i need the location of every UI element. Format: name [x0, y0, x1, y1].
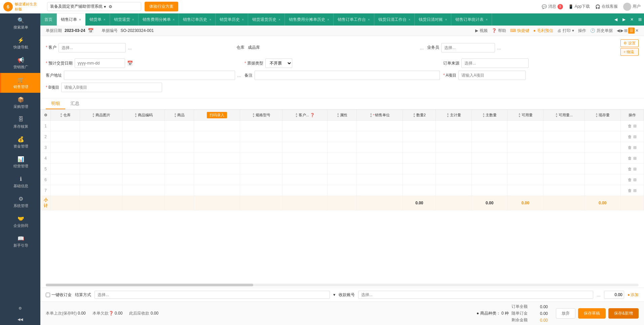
- account-input[interactable]: [358, 291, 594, 299]
- operation-btn[interactable]: 操作: [578, 28, 586, 34]
- help-btn[interactable]: ❓ 帮助: [492, 28, 506, 34]
- profit-btn[interactable]: ● 毛利预估: [533, 28, 553, 34]
- row-copy-btn[interactable]: ⊞: [633, 167, 637, 171]
- tab-close-5[interactable]: ×: [209, 18, 211, 22]
- tab-close-3[interactable]: ×: [132, 18, 134, 22]
- payment-input[interactable]: [94, 291, 330, 299]
- calendar-icon[interactable]: 📅: [88, 28, 93, 33]
- one-click-label[interactable]: 一键收订金: [46, 292, 72, 298]
- delivery-calendar-icon[interactable]: 📅: [127, 60, 133, 66]
- sidebar-collapse-btn[interactable]: ◀◀: [0, 314, 40, 325]
- tab-close-12[interactable]: ×: [486, 18, 488, 22]
- table-row[interactable]: 6🗑⊞: [41, 174, 644, 185]
- tab-3[interactable]: 销货退货×: [110, 13, 139, 26]
- app-download-btn[interactable]: 📱 App下载: [568, 4, 590, 9]
- row-delete-btn[interactable]: 🗑: [628, 167, 632, 171]
- tab-close-10[interactable]: ×: [409, 18, 411, 22]
- tab-close-6[interactable]: ×: [242, 18, 244, 22]
- tab-9[interactable]: 销售订单工作台×: [334, 13, 374, 26]
- online-service-btn[interactable]: 🎧 在线客服: [595, 4, 618, 9]
- view-btn[interactable]: ▶ 视频: [475, 28, 488, 34]
- tab-7[interactable]: 销货退货历史×: [248, 13, 285, 26]
- logistics-btn[interactable]: + 物流: [620, 48, 639, 56]
- tab-close-1[interactable]: ×: [79, 18, 81, 22]
- sidebar-item-6[interactable]: 💰资金管理: [0, 132, 40, 152]
- sidebar-item-2[interactable]: 📢营销推广: [0, 53, 40, 73]
- history-btn[interactable]: 🕐 历史单据: [590, 28, 613, 34]
- invoice-select[interactable]: 不开票: [265, 58, 292, 68]
- grid-view-btn[interactable]: ⊞: [624, 28, 628, 33]
- tab-11[interactable]: 钱货日清对账×: [415, 13, 451, 26]
- sidebar-item-0[interactable]: 🔍搜索菜单: [0, 13, 40, 33]
- tab-6[interactable]: 销货单历史×: [216, 13, 248, 26]
- one-click-checkbox[interactable]: [46, 293, 50, 297]
- tab-summary[interactable]: 汇总: [65, 98, 85, 109]
- add-btn[interactable]: ● 添加: [628, 292, 639, 298]
- row-copy-btn[interactable]: ⊞: [633, 177, 637, 182]
- tab-5[interactable]: 销售订单历史×: [179, 13, 216, 26]
- customer-input[interactable]: [59, 43, 126, 52]
- row-delete-btn[interactable]: 🗑: [628, 188, 632, 193]
- row-copy-btn[interactable]: ⊞: [633, 124, 637, 128]
- sidebar-item-3[interactable]: 🛒销售管理: [0, 73, 40, 93]
- sidebar-item-9[interactable]: ⚙系统管理: [0, 192, 40, 212]
- sidebar-settings-btn[interactable]: ⚙: [0, 303, 40, 314]
- salesperson-input[interactable]: [441, 43, 495, 52]
- tab-close-9[interactable]: ×: [368, 18, 370, 22]
- sidebar-item-5[interactable]: 🗄库存核算: [0, 113, 40, 132]
- a-project-input[interactable]: [458, 71, 526, 80]
- save-draft-btn[interactable]: 保存草稿: [578, 308, 606, 319]
- tab-4[interactable]: 销售费用分摊单×: [139, 13, 179, 26]
- system-selector[interactable]: 装备及固定资产辅助管理系统 ▾ ⚙: [47, 2, 141, 11]
- address-input[interactable]: [64, 71, 235, 80]
- row-delete-btn[interactable]: 🗑: [628, 134, 632, 139]
- settings-top-btn[interactable]: ⚙ 设置: [620, 39, 639, 47]
- remark-input[interactable]: [255, 71, 440, 80]
- row-delete-btn[interactable]: 🗑: [628, 124, 632, 128]
- row-delete-btn[interactable]: 🗑: [628, 177, 632, 182]
- sidebar-item-8[interactable]: ℹ基础信息: [0, 172, 40, 192]
- sidebar-item-11[interactable]: 📖新手引导: [0, 232, 40, 251]
- customer-more-btn[interactable]: ...: [128, 45, 132, 50]
- print-btn[interactable]: 🖨 打印 ▾: [557, 28, 574, 34]
- row-copy-btn[interactable]: ⊞: [633, 145, 637, 150]
- tab-detail[interactable]: 明细: [46, 98, 65, 109]
- discard-btn[interactable]: 放弃: [556, 308, 575, 319]
- sidebar-item-1[interactable]: ⚡快捷导航: [0, 33, 40, 53]
- tab-close-11[interactable]: ×: [445, 18, 447, 22]
- tab-12[interactable]: 销售订单统计表×: [451, 13, 492, 26]
- account-more-btn[interactable]: ...: [597, 292, 601, 297]
- scroll-track[interactable]: [46, 284, 639, 286]
- tab-close-4[interactable]: ×: [173, 18, 175, 22]
- settings-icon[interactable]: ⚙: [109, 4, 112, 9]
- row-delete-btn[interactable]: 🗑: [628, 156, 632, 161]
- user-btn[interactable]: 用户: [623, 3, 641, 11]
- tab-close-2[interactable]: ×: [104, 18, 106, 22]
- delivery-date-input[interactable]: [75, 58, 125, 68]
- list-view-btn[interactable]: ☰: [628, 28, 635, 34]
- th-gear[interactable]: ⚙: [41, 110, 51, 121]
- address-more-btn[interactable]: ...: [237, 73, 241, 78]
- order-source-input[interactable]: [461, 58, 529, 68]
- solution-button[interactable]: 体验行业方案: [145, 2, 178, 11]
- row-copy-btn[interactable]: ⊞: [633, 188, 637, 193]
- tab-8[interactable]: 销售费用分摊单历史×: [285, 13, 334, 26]
- th-scan[interactable]: 扫码录入: [194, 110, 240, 121]
- tab-10[interactable]: 钱货日清工作台×: [374, 13, 415, 26]
- warehouse-more-btn[interactable]: ...: [420, 45, 424, 50]
- sidebar-item-7[interactable]: 📊经营管理: [0, 152, 40, 172]
- b-project-input[interactable]: [61, 83, 162, 92]
- tab-close-8[interactable]: ×: [327, 18, 329, 22]
- tab-close-btn[interactable]: ✕: [628, 13, 636, 26]
- tab-next-btn[interactable]: ▶: [620, 13, 628, 26]
- tab-prev-btn[interactable]: ◀: [612, 13, 620, 26]
- messages-btn[interactable]: 💬 消息 9: [542, 4, 563, 9]
- sidebar-item-10[interactable]: 🤝企业协同: [0, 212, 40, 232]
- tab-menu-btn[interactable]: ⊞: [636, 13, 644, 26]
- close-page-btn[interactable]: ✕: [635, 28, 639, 33]
- amount-input[interactable]: [604, 291, 624, 299]
- layout-next-btn[interactable]: ▶: [620, 28, 623, 33]
- table-row[interactable]: 5🗑⊞: [41, 164, 644, 174]
- table-row[interactable]: 2🗑⊞: [41, 131, 644, 142]
- table-row[interactable]: 4🗑⊞: [41, 153, 644, 164]
